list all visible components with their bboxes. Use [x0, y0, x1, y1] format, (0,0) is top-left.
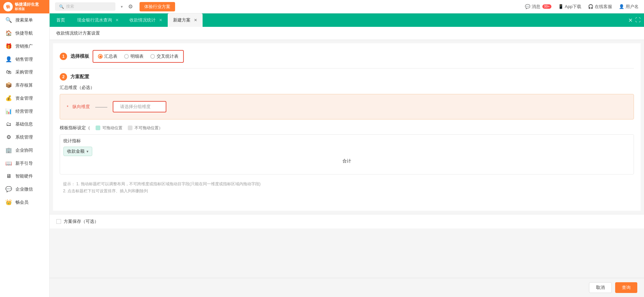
sidebar-item-finance[interactable]: 💰 资金管理: [0, 92, 49, 105]
bag-icon: 🛍: [5, 69, 12, 75]
top-header: 🔍 搜索 ▾ ⚙ 体验行业方案 💬 消息 99+ 📱 App下载 🎧 在线客服 …: [50, 0, 644, 13]
download-item[interactable]: 📱 App下载: [558, 4, 581, 10]
radio-crosstab[interactable]: 交叉统计表: [150, 53, 178, 59]
sidebar-item-inventory[interactable]: 📦 库存核算: [0, 79, 49, 92]
monitor-icon: 🖥: [5, 173, 12, 179]
close-new-plan-icon[interactable]: ✕: [194, 18, 197, 22]
sidebar-item-base-info[interactable]: 🗂 基础信息: [0, 118, 49, 131]
tab-receipt-stat[interactable]: 收款情况统计 ✕: [124, 13, 168, 27]
box-icon: 📦: [5, 82, 12, 88]
sidebar-item-hardware[interactable]: 🖥 智能硬件: [0, 170, 49, 183]
sidebar-item-search-menu[interactable]: 🔍 搜索菜单: [0, 13, 49, 27]
dimension-row: * 纵向维度 —— 请选择分组维度: [67, 101, 627, 112]
metrics-tag-amount[interactable]: 收款金额 ▾: [63, 147, 92, 156]
query-button[interactable]: 查询: [615, 282, 637, 293]
notification-badge: 99+: [542, 4, 551, 9]
cancel-button[interactable]: 取消: [589, 282, 612, 293]
sidebar-item-operations[interactable]: 📊 经营管理: [0, 105, 49, 118]
page-title-bar: 收款情况统计方案设置: [50, 27, 644, 40]
enterprise-icon: 🏢: [5, 147, 12, 153]
radio-summary-circle: [98, 54, 103, 59]
undraggable-legend-box: [128, 126, 132, 130]
divider1: [60, 68, 634, 68]
tab-bar-controls: ✕ ⛶: [628, 17, 644, 23]
notification-item[interactable]: 💬 消息 99+: [525, 4, 551, 10]
book-icon: 📖: [5, 160, 12, 166]
logo-icon: 畅: [3, 2, 13, 11]
money-icon: 💰: [5, 95, 12, 101]
chart-icon: 📊: [5, 108, 12, 114]
dropdown-arrow-icon[interactable]: ▾: [121, 4, 123, 9]
tab-close-window-icon[interactable]: ✕: [628, 17, 633, 23]
mobile-icon: 📱: [558, 4, 564, 9]
sidebar-item-quick-nav[interactable]: 🏠 快捷导航: [0, 27, 49, 40]
sidebar-item-guide[interactable]: 📖 新手引导: [0, 157, 49, 170]
dimension-select[interactable]: 请选择分组维度: [113, 101, 166, 112]
settings-icon[interactable]: ⚙: [128, 3, 133, 10]
content-area: 收款情况统计方案设置 1 选择模板 汇总表 明细表: [50, 27, 644, 278]
dimension-label: 汇总维度（必选）: [60, 85, 634, 91]
industry-btn[interactable]: 体验行业方案: [140, 2, 175, 11]
step1-header: 1 选择模板 汇总表 明细表 交叉统计表: [60, 50, 634, 63]
sidebar-item-wechat[interactable]: 💬 企业微信: [0, 183, 49, 196]
radio-summary[interactable]: 汇总表: [98, 53, 117, 59]
page-title: 收款情况统计方案设置: [56, 31, 100, 36]
step2-header: 2 方案配置: [60, 73, 634, 81]
tab-maximize-icon[interactable]: ⛶: [635, 17, 641, 23]
search-menu-icon: 🔍: [5, 17, 12, 23]
save-section: 方案保存（可选）: [50, 214, 644, 229]
metrics-label: 模板指标设定（ 可拖动位置 不可拖动位置）: [60, 125, 634, 131]
metrics-table-title: 统计指标: [63, 138, 630, 144]
dimension-area: * 纵向维度 —— 请选择分组维度: [60, 94, 634, 119]
row-dimension-label: 纵向维度: [72, 104, 90, 110]
tab-new-plan[interactable]: 新建方案 ✕: [168, 13, 203, 27]
sidebar-item-sales[interactable]: 👤 销售管理: [0, 53, 49, 66]
gift-icon: 🎁: [5, 43, 12, 49]
support-item[interactable]: 🎧 在线客服: [588, 4, 612, 10]
notification-icon: 💬: [525, 4, 530, 9]
tips-area: 提示： 1. 拖动标题栏可以调整布局，不可跨维度或指标区域拖动目字段(只能在同一…: [60, 178, 634, 199]
sidebar: 畅 畅捷通好生意 标准版 🔍 搜索菜单 🏠 快捷导航 🎁 营销推广 👤 销售管理…: [0, 0, 50, 297]
tag-dropdown-icon: ▾: [87, 149, 89, 154]
close-receipt-stat-icon[interactable]: ✕: [159, 18, 162, 22]
step1-title: 选择模板: [70, 53, 89, 59]
folder-icon: 🗂: [5, 121, 12, 127]
save-label: 方案保存（可选）: [64, 218, 99, 225]
metrics-table-area: 统计指标 收款金额 ▾ 合计: [60, 134, 634, 175]
home-icon: 🏠: [5, 30, 12, 36]
template-radio-group: 汇总表 明细表 交叉统计表: [93, 50, 184, 63]
radio-detail-circle: [124, 54, 129, 59]
sidebar-logo: 畅 畅捷通好生意 标准版: [0, 0, 49, 13]
sidebar-item-member[interactable]: 👑 畅会员: [0, 196, 49, 209]
arrow-icon: ——: [95, 103, 107, 110]
form-container: 1 选择模板 汇总表 明细表 交叉统计表: [53, 43, 641, 211]
header-right: 💬 消息 99+ 📱 App下载 🎧 在线客服 👤 用户名: [525, 4, 639, 10]
sidebar-item-purchase[interactable]: 🛍 采购管理: [0, 66, 49, 79]
step1-section: 1 选择模板 汇总表 明细表 交叉统计表: [60, 50, 634, 63]
gear-icon: ⚙: [5, 134, 12, 140]
main-area: 🔍 搜索 ▾ ⚙ 体验行业方案 💬 消息 99+ 📱 App下载 🎧 在线客服 …: [50, 0, 644, 297]
tab-bank-flow[interactable]: 现金银行流水查询 ✕: [72, 13, 124, 27]
sidebar-item-enterprise[interactable]: 🏢 企业协同: [0, 144, 49, 157]
search-box[interactable]: 🔍 搜索: [55, 2, 115, 11]
tip-line2: 2. 点击标题栏下拉可设置排序、插入列和删除列: [63, 188, 631, 194]
radio-detail[interactable]: 明细表: [124, 53, 144, 59]
user-profile[interactable]: 👤 用户名: [619, 4, 639, 10]
search-icon: 🔍: [59, 4, 64, 9]
sidebar-item-marketing[interactable]: 🎁 营销推广: [0, 40, 49, 53]
sidebar-item-system[interactable]: ⚙ 系统管理: [0, 131, 49, 144]
headset-icon: 🎧: [588, 4, 593, 9]
crown-icon: 👑: [5, 199, 12, 205]
avatar-icon: 👤: [619, 4, 624, 9]
save-checkbox[interactable]: [56, 219, 61, 224]
step1-number: 1: [60, 53, 67, 60]
chat-icon: 💬: [5, 186, 12, 192]
tab-home[interactable]: 首页: [50, 13, 72, 27]
step2-title: 方案配置: [70, 74, 89, 80]
logo-text: 畅捷通好生意 标准版: [15, 2, 39, 11]
step2-section: 2 方案配置 汇总维度（必选） * 纵向维度 —— 请选择分组维度 模板指标设定…: [60, 73, 634, 199]
legend-undraggable: 不可拖动位置）: [128, 125, 163, 131]
close-bank-flow-icon[interactable]: ✕: [115, 18, 119, 22]
draggable-legend-box: [96, 126, 100, 130]
tab-bar: 首页 现金银行流水查询 ✕ 收款情况统计 ✕ 新建方案 ✕ ✕ ⛶: [50, 13, 644, 27]
